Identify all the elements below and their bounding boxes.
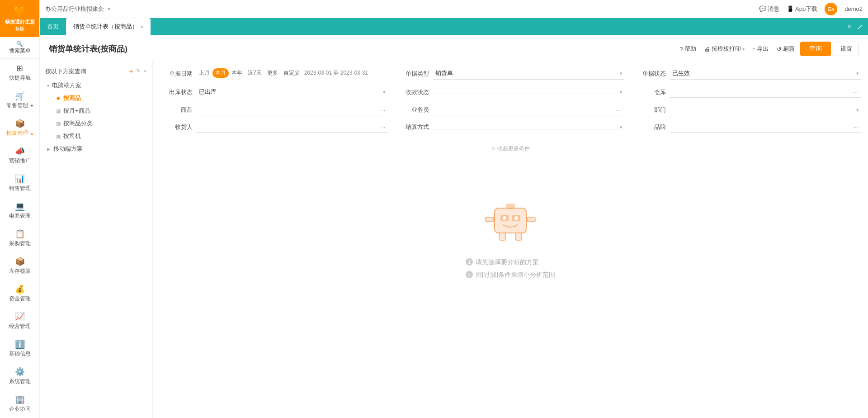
svg-rect-8 <box>527 217 535 222</box>
sidebar-item-wholesale[interactable]: 📦 批发管理 ▴ <box>0 114 39 142</box>
doc-type-dropdown[interactable]: 销货单 ▾ <box>433 67 624 80</box>
sidebar-item-stock[interactable]: 📦 库存核算 <box>0 252 39 280</box>
staff-dots[interactable]: ··· <box>616 106 623 114</box>
sidebar-item-basic[interactable]: ℹ️ 基础信息 <box>0 335 39 362</box>
finance-label: 资金管理 <box>9 295 31 302</box>
tree-group-desktop[interactable]: ▾ 电脑端方案 <box>40 79 152 92</box>
help-label: 帮助 <box>684 45 696 53</box>
ecommerce-label: 电商管理 <box>9 213 31 219</box>
help-btn[interactable]: ? 帮助 <box>677 43 698 54</box>
goods-input[interactable] <box>196 104 387 115</box>
stock-out-arrow: ▾ <box>383 89 386 95</box>
operation-icon: 📈 <box>2 312 38 322</box>
filter-row-1: 单据日期 上月 本月 本年 近7天 更多 自定义 2023-03-01 至 20… <box>160 67 861 86</box>
goods-dots[interactable]: ··· <box>379 106 386 114</box>
brand-dots[interactable]: ··· <box>852 124 859 131</box>
sidebar-item-sales[interactable]: 📊 销售管理 <box>0 169 39 197</box>
settlement-dropdown[interactable]: ▾ <box>433 125 624 129</box>
tree-item-by-goods[interactable]: ● 按商品 <box>52 92 152 104</box>
user-avatar[interactable]: Ea <box>825 3 837 15</box>
sidebar-item-marketing[interactable]: 📣 营销推广 <box>0 142 39 169</box>
industry-dropdown-icon[interactable]: ▾ <box>108 5 111 12</box>
left-panel: 按以下方案查询 + ✎ « ▾ 电脑端方案 ● 按商品 <box>40 61 153 418</box>
enterprise-icon: 🏢 <box>2 394 38 404</box>
sidebar-item-purchase[interactable]: 📋 采购管理 <box>0 224 39 252</box>
sidebar-item-ecommerce[interactable]: 💻 电商管理 <box>0 197 39 224</box>
brand-cell: 品牌 ··· <box>633 122 861 133</box>
industry-label: 办公用品行业模拟账套 <box>45 5 104 13</box>
message-btn[interactable]: 💬 消息 <box>759 5 779 13</box>
payment-control: ▾ <box>433 90 624 94</box>
active-scheme-icon: ● <box>56 94 61 102</box>
sidebar-item-retail[interactable]: 🛒 零售管理 ▾ <box>0 86 39 114</box>
brand-input[interactable] <box>670 122 861 133</box>
receiver-dots[interactable]: ··· <box>379 124 386 131</box>
export-btn[interactable]: ↑ 导出 <box>750 43 772 54</box>
wholesale-label: 批发管理 <box>6 130 28 136</box>
settings-button[interactable]: 设置 <box>834 42 859 56</box>
logo-icon: 🧡 <box>3 5 37 19</box>
header-right: 💬 消息 📱 App下载 Ea demo2 <box>759 3 863 15</box>
date-btn-this-month[interactable]: 本月 <box>212 68 229 78</box>
stock-out-dropdown[interactable]: 已出库 ▾ <box>196 86 387 98</box>
warehouse-dots[interactable]: ··· <box>852 89 859 96</box>
tab-home[interactable]: 首页 <box>40 23 66 31</box>
dept-label: 部门 <box>633 106 670 114</box>
sidebar-item-operation[interactable]: 📈 经营管理 <box>0 307 39 335</box>
date-btn-this-year[interactable]: 本年 <box>229 68 245 78</box>
tab-bar-close-btn[interactable]: × <box>845 22 853 32</box>
marketing-icon: 📣 <box>2 146 38 156</box>
sidebar-item-enterprise[interactable]: 🏢 企业协同 <box>0 390 39 418</box>
doc-status-dropdown[interactable]: 已生效 ▾ <box>670 67 861 80</box>
query-button[interactable]: 查询 <box>800 42 831 56</box>
tip-num-1: 1 <box>466 258 473 266</box>
stock-out-cell: 出库状态 已出库 ▾ <box>160 86 387 98</box>
date-control: 上月 本月 本年 近7天 更多 自定义 2023-03-01 至 2023-03… <box>196 68 387 79</box>
tip-num-2: 2 <box>466 271 473 278</box>
app-name: 畅捷通好生意 <box>5 19 35 24</box>
edit-scheme-btn[interactable]: ✎ <box>136 67 141 76</box>
empty-tips: 1 请先选择要分析的方案 2 用[过滤]条件来缩小分析范围 <box>466 256 555 281</box>
settlement-arrow: ▾ <box>620 124 623 130</box>
stock-out-control: 已出库 ▾ <box>196 86 387 98</box>
tree-mobile-expand-icon: ▶ <box>47 147 51 152</box>
desktop-group-label: 电脑端方案 <box>52 81 81 90</box>
staff-input[interactable] <box>433 104 624 115</box>
tree-group-mobile[interactable]: ▶ 移动端方案 <box>40 142 152 155</box>
app-download-btn[interactable]: 📱 App下载 <box>787 5 817 13</box>
date-btn-more[interactable]: 更多 <box>264 68 281 78</box>
dept-dropdown[interactable]: ▾ <box>670 108 861 112</box>
print-btn[interactable]: 🖨 按模板打印 ▾ <box>702 43 747 54</box>
tab-bar-maximize-btn[interactable]: ⤢ <box>855 22 864 32</box>
sidebar-item-quick[interactable]: ⊞ 快捷导航 <box>0 59 39 86</box>
quick-icon: ⊞ <box>2 63 38 73</box>
empty-illustration <box>483 192 538 247</box>
left-panel-title: 按以下方案查询 <box>45 67 86 76</box>
date-btn-custom[interactable]: 自定义 <box>281 68 302 78</box>
warehouse-input[interactable] <box>670 87 861 98</box>
app-logo[interactable]: 🧡 畅捷通好生意 标版 <box>0 0 39 37</box>
sidebar-item-finance[interactable]: 💰 资金管理 <box>0 280 39 307</box>
search-label: 搜索菜单 <box>9 48 31 54</box>
retail-icon: 🛒 <box>2 91 38 101</box>
system-icon: ⚙️ <box>2 367 38 377</box>
tree-expand-icon: ▾ <box>47 83 49 88</box>
payment-dropdown[interactable]: ▾ <box>433 90 624 94</box>
date-btn-last-month[interactable]: 上月 <box>196 68 212 78</box>
sidebar-item-search[interactable]: 🔍 搜索菜单 <box>0 37 39 59</box>
receiver-input[interactable] <box>196 122 387 133</box>
by-category-label: 按商品分类 <box>63 119 93 128</box>
tab-active[interactable]: 销货单统计表（按商品） × <box>66 18 151 35</box>
app-download-label: App下载 <box>795 5 817 13</box>
collapse-conditions-btn[interactable]: ∧ 收起更多条件 <box>160 141 861 156</box>
basic-icon: ℹ️ <box>2 339 38 349</box>
tab-close-icon[interactable]: × <box>141 24 143 29</box>
tree-item-by-driver[interactable]: ▦ 按司机 <box>52 130 152 142</box>
collapse-left-btn[interactable]: « <box>144 67 147 76</box>
sidebar-item-system[interactable]: ⚙️ 系统管理 <box>0 362 39 390</box>
tree-item-by-month-goods[interactable]: ▦ 按月+商品 <box>52 104 152 117</box>
add-scheme-btn[interactable]: + <box>129 67 133 76</box>
date-btn-7days[interactable]: 近7天 <box>245 68 264 78</box>
tree-item-by-category[interactable]: ▦ 按商品分类 <box>52 117 152 130</box>
refresh-btn[interactable]: ↺ 刷新 <box>774 43 797 54</box>
